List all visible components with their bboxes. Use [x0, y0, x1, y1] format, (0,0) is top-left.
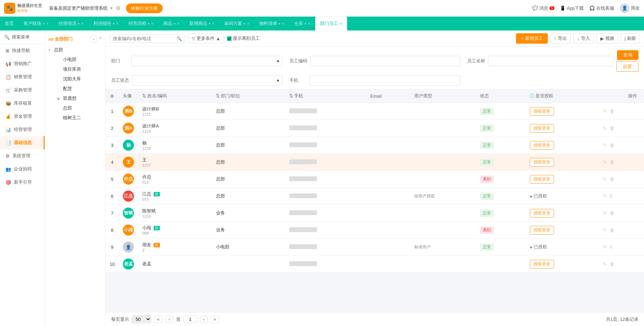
sidebar-item-marketing[interactable]: 📢 营销推广	[0, 57, 45, 70]
auth-button[interactable]: 授权登录	[530, 226, 554, 235]
dept-node-peihuo[interactable]: 配货	[53, 84, 105, 94]
export-button[interactable]: ↑ 导出	[551, 33, 571, 44]
close-icon[interactable]: ✕	[177, 22, 180, 26]
sidebar-item-system[interactable]: ⚙ 系统管理	[0, 149, 45, 162]
delete-icon[interactable]: 🗑	[610, 125, 615, 131]
close-icon[interactable]: ✕	[339, 22, 342, 26]
sidebar-item-quicknav[interactable]: ⊞ 快捷导航	[0, 44, 45, 57]
sidebar-item-sales[interactable]: 📋 销售管理	[0, 70, 45, 83]
dept-node-zhishu[interactable]: 植树王二	[53, 113, 105, 123]
close-icon[interactable]: ✕	[81, 22, 84, 26]
search-menu-button[interactable]: 🔍 搜索菜单	[0, 30, 45, 44]
filter-empname-input[interactable]	[488, 56, 614, 66]
view-button[interactable]: ▶ 视频	[597, 33, 618, 44]
close-icon[interactable]: ✕	[282, 22, 284, 26]
sidebar-item-basic[interactable]: 📑 基础信息	[0, 136, 45, 149]
filter-phone-input[interactable]	[309, 75, 461, 86]
first-page-button[interactable]: «	[154, 316, 163, 323]
query-button[interactable]: 查询	[617, 50, 638, 60]
per-page-select[interactable]: 50 100	[132, 315, 151, 323]
tab-bom[interactable]: 物料清单 ▾ ✕	[254, 17, 289, 30]
edit-icon[interactable]: ✎	[603, 159, 607, 165]
tab-process[interactable]: 经营历程 ▾ ✕	[124, 17, 158, 30]
dept-add-button[interactable]: +	[90, 35, 97, 43]
col-phone[interactable]: ⇅ 手机	[285, 89, 366, 103]
edit-icon[interactable]: ✎	[603, 193, 607, 199]
delete-icon[interactable]: 🗑	[610, 261, 615, 267]
edit-icon[interactable]: ✎	[603, 125, 607, 131]
auth-button[interactable]: 授权登录	[530, 175, 554, 184]
edit-icon[interactable]: ✎	[603, 176, 607, 182]
app-download-button[interactable]: 📱 App下载	[560, 5, 584, 11]
prev-page-button[interactable]: ‹	[165, 316, 173, 323]
copy-icon[interactable]: ⎘	[610, 244, 613, 250]
close-icon[interactable]: ✕	[247, 22, 250, 26]
tab-home[interactable]: 首页	[0, 17, 19, 30]
online-service-button[interactable]: 🎧 在线客服	[589, 5, 614, 11]
add-employee-button[interactable]: + 新增员工	[516, 33, 547, 44]
auth-button[interactable]: 授权登录	[530, 209, 554, 218]
auth-button[interactable]: 授权登录	[530, 158, 554, 167]
gear-icon[interactable]: ⚙	[116, 5, 120, 11]
show-resigned-checkbox-label[interactable]: 显示离职员工	[227, 35, 260, 42]
more-filter-button[interactable]: ▽ 更多条件 ▲	[188, 34, 224, 43]
auth-button[interactable]: 授权登录	[530, 141, 554, 150]
auth-button[interactable]: 授权登录	[530, 260, 554, 268]
search-input-wrapper[interactable]: 🔍	[110, 34, 185, 43]
auth-button[interactable]: 授权登录	[530, 124, 554, 133]
close-icon[interactable]: ✕	[308, 22, 310, 26]
next-page-button[interactable]: ›	[200, 316, 208, 323]
user-menu[interactable]: 👤 用友	[620, 3, 640, 13]
tab-customer[interactable]: 客户联络 ▾ ✕	[19, 17, 54, 30]
refresh-button[interactable]: | 刷新	[621, 33, 640, 44]
close-icon[interactable]: ✕	[46, 22, 49, 26]
tab-dept-staff[interactable]: 部门员工 ✕	[315, 17, 347, 30]
dept-collapse-button[interactable]: «	[99, 35, 102, 43]
auth-button[interactable]: 授权登录	[530, 107, 554, 116]
dept-node-root[interactable]: ▾ 总部	[45, 45, 105, 55]
filter-empcode-input[interactable]	[310, 56, 461, 66]
search-input[interactable]	[113, 36, 175, 41]
tab-add-goods[interactable]: 新增商品 ▾ ✕	[184, 17, 219, 30]
close-icon[interactable]: ✕	[116, 22, 119, 26]
delete-icon[interactable]: 🗑	[610, 210, 615, 216]
edit-icon[interactable]: ✎	[603, 261, 607, 267]
close-icon[interactable]: ✕	[212, 22, 215, 26]
last-page-button[interactable]: »	[210, 316, 219, 323]
delete-icon[interactable]: 🗑	[610, 159, 615, 165]
close-icon[interactable]: ✕	[151, 22, 154, 26]
message-button[interactable]: 💬 消息 5	[532, 5, 554, 11]
filter-empstatus-select[interactable]: ▾	[132, 75, 282, 86]
filter-dept-select[interactable]: ▾	[131, 56, 282, 66]
sidebar-item-collab[interactable]: 👥 企业协同	[0, 162, 45, 176]
dept-node-xiangmukufang[interactable]: 项目库房	[53, 64, 105, 74]
edit-icon[interactable]: ✎	[603, 227, 607, 233]
chevron-down-icon[interactable]: ▾	[110, 6, 113, 11]
delete-icon[interactable]: 🗑	[610, 176, 615, 182]
sidebar-item-purchase[interactable]: 🛒 采购管理	[0, 83, 45, 97]
sidebar-item-guide[interactable]: 🎯 新手引导	[0, 176, 45, 189]
delete-icon[interactable]: 🗑	[610, 227, 615, 233]
edit-icon[interactable]: ✎	[603, 244, 607, 250]
col-dept-pos[interactable]: ⇅ 部门/职位	[212, 89, 285, 103]
delete-icon[interactable]: 🗑	[610, 142, 615, 148]
col-settings[interactable]: ⚙	[106, 89, 119, 103]
tab-goods[interactable]: 商品 ▾ ✕	[158, 17, 184, 30]
tab-profit[interactable]: 利润报告 ▾ ✕	[89, 17, 124, 30]
dept-node-shuangluxiang[interactable]: ▶ 双鹿想	[53, 94, 105, 103]
import-button[interactable]: ↓ 导入	[573, 33, 594, 44]
sidebar-item-finance[interactable]: 💰 资金管理	[0, 110, 45, 123]
show-resigned-checkbox[interactable]	[227, 36, 232, 41]
settings-button[interactable]: 设置	[616, 61, 638, 72]
dept-node-zongbu[interactable]: 总部	[53, 103, 105, 113]
tab-operations[interactable]: 经营情况 ▾ ✕	[54, 17, 89, 30]
page-input[interactable]	[183, 316, 197, 323]
trial-button[interactable]: 体验行业方案	[126, 3, 163, 13]
delete-icon[interactable]: 🗑	[610, 108, 615, 114]
dept-node-shenyangdaku[interactable]: 沈阳大库	[53, 74, 105, 84]
tab-warehouse[interactable]: 仓库 ▾ ✕	[289, 17, 315, 30]
edit-icon[interactable]: ✎	[603, 210, 607, 216]
dept-node-xiaodibu[interactable]: 小电部	[53, 55, 105, 64]
edit-icon[interactable]: ✎	[603, 142, 607, 148]
col-name-code[interactable]: ⇅ 姓名/编码	[138, 89, 211, 103]
